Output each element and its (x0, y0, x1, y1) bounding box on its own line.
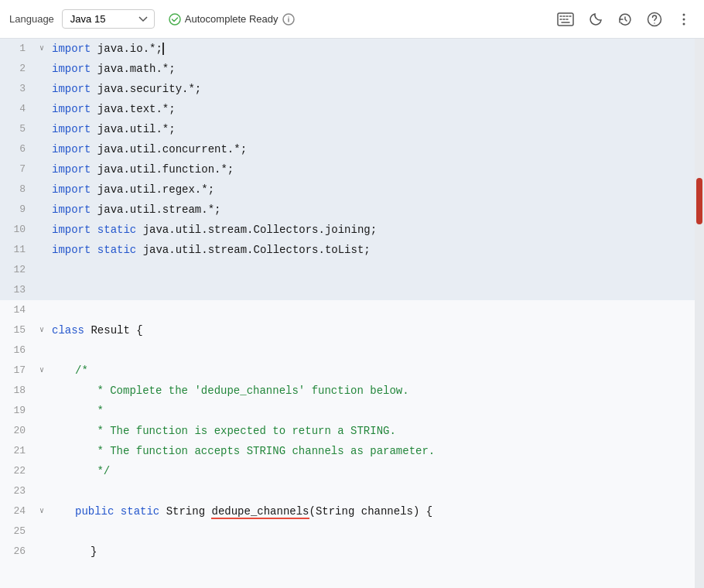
code-line: 9 import java.util.stream.*; (0, 200, 695, 220)
code-line: 22 */ (0, 461, 695, 481)
code-line: 23 (0, 481, 695, 501)
code-line: 14 (0, 300, 695, 320)
code-line: 17 ∨ /* (0, 361, 695, 381)
code-line: 1 ∨ import java.io.*; (0, 39, 695, 59)
svg-point-3 (288, 16, 289, 17)
code-line: 8 import java.util.regex.*; (0, 179, 695, 200)
code-editor[interactable]: 1 ∨ import java.io.*; 2 import java.math… (0, 39, 695, 588)
more-options-button[interactable] (673, 9, 695, 30)
history-icon (617, 12, 633, 27)
history-button[interactable] (614, 9, 636, 30)
svg-point-14 (654, 22, 654, 23)
scrollbar-track[interactable] (695, 39, 704, 588)
code-line: 2 import java.math.*; (0, 59, 695, 79)
svg-point-16 (683, 18, 685, 20)
code-line: 16 (0, 340, 695, 361)
keyboard-icon (557, 12, 574, 26)
fold-button[interactable]: ∨ (35, 320, 49, 340)
scrollbar-thumb[interactable] (696, 178, 702, 224)
code-line: 18 * Complete the 'dedupe_channels' func… (0, 381, 695, 401)
help-button[interactable] (644, 9, 665, 30)
keyboard-button[interactable] (554, 9, 577, 29)
code-line: 26 } (0, 542, 695, 562)
code-line: 21 * The function accepts STRING channel… (0, 441, 695, 461)
code-area: 1 ∨ import java.io.*; 2 import java.math… (0, 39, 695, 562)
moon-icon (588, 12, 603, 27)
language-label: Language (9, 13, 54, 25)
more-icon (676, 12, 692, 27)
autocomplete-badge: Autocomplete Ready (169, 13, 295, 26)
language-select[interactable]: Java 15 Java 8 Java 11 Java 17 (62, 9, 155, 29)
svg-point-15 (683, 13, 685, 15)
code-line: 5 import java.util.*; (0, 119, 695, 139)
editor-container: 1 ∨ import java.io.*; 2 import java.math… (0, 39, 704, 588)
code-line: 24 ∨ public static String dedupe_channel… (0, 501, 695, 521)
code-line: 25 (0, 521, 695, 542)
svg-point-17 (683, 22, 685, 25)
code-line: 12 (0, 260, 695, 280)
code-line: 20 * The function is expected to return … (0, 421, 695, 441)
fold-button[interactable]: ∨ (35, 39, 49, 59)
svg-point-0 (169, 14, 180, 25)
info-icon[interactable] (282, 13, 295, 26)
code-line: 10 import static java.util.stream.Collec… (0, 220, 695, 240)
toolbar: Language Java 15 Java 8 Java 11 Java 17 … (0, 0, 704, 39)
code-line: 11 import static java.util.stream.Collec… (0, 240, 695, 260)
fold-button[interactable]: ∨ (35, 501, 49, 521)
code-line: 3 import java.security.*; (0, 79, 695, 99)
autocomplete-label: Autocomplete Ready (185, 13, 279, 25)
code-line: 15 ∨ class Result { (0, 320, 695, 340)
code-line: 6 import java.util.concurrent.*; (0, 139, 695, 159)
dark-mode-button[interactable] (585, 9, 607, 30)
code-line: 19 * (0, 401, 695, 421)
app-container: Language Java 15 Java 8 Java 11 Java 17 … (0, 0, 704, 588)
code-line: 7 import java.util.function.*; (0, 159, 695, 179)
check-circle-icon (169, 13, 181, 26)
help-icon (647, 12, 662, 27)
fold-button[interactable]: ∨ (35, 361, 49, 381)
code-line: 13 (0, 280, 695, 300)
code-line: 4 import java.text.*; (0, 99, 695, 119)
